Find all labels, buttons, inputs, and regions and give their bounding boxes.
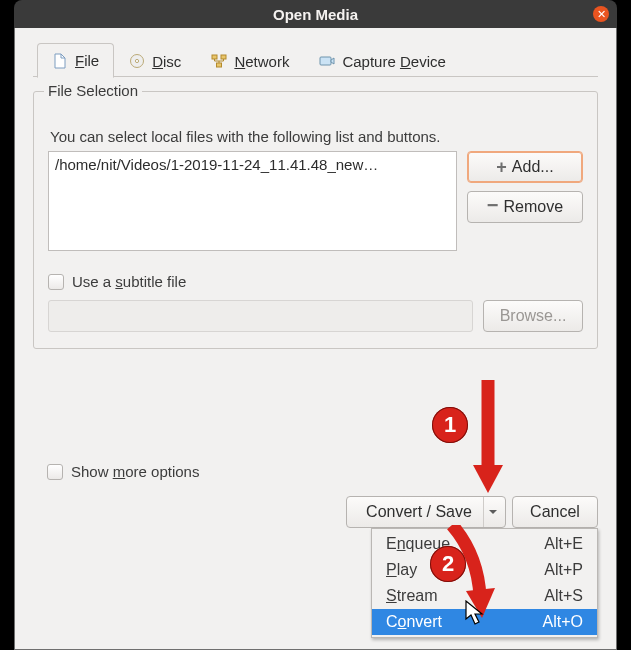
window-title: Open Media [273, 6, 358, 23]
tab-capture-label: Capture Device [342, 53, 445, 70]
browse-subtitle-button: Browse... [483, 300, 583, 332]
show-more-options-label: Show more options [71, 463, 199, 480]
svg-rect-4 [217, 63, 222, 67]
file-selection-hint: You can select local files with the foll… [50, 128, 583, 145]
menu-item-convert[interactable]: Convert Alt+O [372, 609, 597, 635]
tab-disc-label: Disc [152, 53, 181, 70]
convert-save-menu: Enqueue Alt+E Play Alt+P Stream Alt+S Co… [371, 528, 598, 638]
tab-file[interactable]: File [37, 43, 114, 78]
add-button-label: Add... [512, 158, 554, 176]
chevron-down-icon[interactable] [483, 497, 501, 527]
file-selection-group: File Selection You can select local file… [33, 91, 598, 349]
tab-capture-device[interactable]: Capture Device [304, 43, 460, 78]
menu-item-enqueue[interactable]: Enqueue Alt+E [372, 531, 597, 557]
remove-button-label: Remove [504, 198, 564, 216]
close-icon[interactable] [593, 6, 609, 22]
plus-icon: + [496, 157, 507, 178]
disc-icon [129, 53, 145, 69]
add-button[interactable]: + Add... [467, 151, 583, 183]
dialog-actions: Convert / Save Cancel [15, 496, 616, 528]
subtitle-path-field [48, 300, 473, 332]
convert-save-label: Convert / Save [366, 503, 472, 521]
use-subtitle-label: Use a subtitle file [72, 273, 186, 290]
svg-rect-5 [320, 57, 331, 65]
annotation-badge-2: 2 [430, 546, 466, 582]
capture-icon [319, 53, 335, 69]
file-selection-title: File Selection [44, 82, 142, 99]
minus-icon: − [487, 194, 499, 217]
file-list[interactable]: /home/nit/Videos/1-2019-11-24_11.41.48_n… [48, 151, 457, 251]
file-icon [52, 53, 68, 69]
annotation-badge-1: 1 [432, 407, 468, 443]
remove-button[interactable]: − Remove [467, 191, 583, 223]
menu-item-stream[interactable]: Stream Alt+S [372, 583, 597, 609]
show-more-options-checkbox[interactable] [47, 464, 63, 480]
tab-disc[interactable]: Disc [114, 43, 196, 78]
use-subtitle-checkbox[interactable] [48, 274, 64, 290]
browse-label: Browse... [500, 307, 567, 325]
menu-accel: Alt+O [543, 613, 583, 631]
menu-accel: Alt+E [544, 535, 583, 553]
svg-rect-2 [212, 55, 217, 59]
tab-file-label: File [75, 52, 99, 69]
dialog-body: File Disc Network Capture Device [14, 28, 617, 650]
cancel-label: Cancel [530, 503, 580, 521]
svg-rect-3 [221, 55, 226, 59]
convert-save-button[interactable]: Convert / Save [346, 496, 506, 528]
tab-network-label: Network [234, 53, 289, 70]
file-list-item[interactable]: /home/nit/Videos/1-2019-11-24_11.41.48_n… [55, 156, 450, 173]
network-icon [211, 53, 227, 69]
show-more-options-row[interactable]: Show more options [47, 463, 199, 480]
tab-network[interactable]: Network [196, 43, 304, 78]
menu-accel: Alt+P [544, 561, 583, 579]
svg-point-1 [136, 59, 139, 62]
menu-item-play[interactable]: Play Alt+P [372, 557, 597, 583]
menu-accel: Alt+S [544, 587, 583, 605]
titlebar: Open Media [14, 0, 617, 28]
source-tabs: File Disc Network Capture Device [33, 42, 598, 77]
cancel-button[interactable]: Cancel [512, 496, 598, 528]
